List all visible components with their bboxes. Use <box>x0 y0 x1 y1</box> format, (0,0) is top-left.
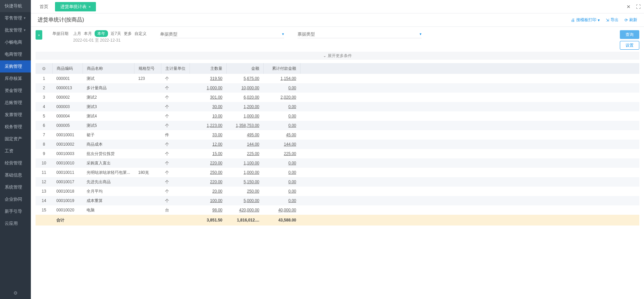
sidebar-item-16[interactable]: 企业协同 <box>0 193 31 205</box>
close-icon[interactable]: × <box>89 5 91 9</box>
cell-spec <box>134 121 161 130</box>
sidebar-item-0[interactable]: 快捷导航 <box>0 0 31 12</box>
col-header[interactable]: 金额 <box>226 63 263 74</box>
cell-qty[interactable]: 1,000.00 <box>190 83 226 93</box>
cell-paid[interactable]: 0.00 <box>263 196 300 205</box>
sidebar-item-3[interactable]: 小畅电商 <box>0 36 31 48</box>
cell-paid[interactable]: 0.00 <box>263 83 300 93</box>
cell-fill <box>300 93 639 102</box>
cell-amt[interactable]: 1,000.00 <box>226 168 263 177</box>
expand-filters-button[interactable]: » <box>36 30 42 40</box>
cell-qty[interactable]: 220.00 <box>190 177 226 187</box>
col-header[interactable]: 主计量单位 <box>161 63 190 74</box>
print-button[interactable]: 🖨 按模板打印 ▾ <box>571 17 600 23</box>
cell-qty[interactable]: 15.00 <box>190 149 226 158</box>
sidebar-item-9[interactable]: 发票管理 <box>0 109 31 121</box>
close-all-icon[interactable]: ✕ <box>627 4 631 9</box>
date-option[interactable]: 近7天 <box>111 30 121 37</box>
cell-qty[interactable]: 33.00 <box>190 130 226 140</box>
sidebar-settings-icon[interactable]: ⚙ <box>0 287 31 299</box>
date-option[interactable]: 本月 <box>84 30 92 37</box>
cell-qty[interactable]: 10.00 <box>190 111 226 121</box>
sidebar-item-5[interactable]: 采购管理 <box>0 60 31 72</box>
sidebar-item-10[interactable]: 税务管理 <box>0 121 31 133</box>
sidebar-item-17[interactable]: 新手引导 <box>0 205 31 217</box>
fullscreen-icon[interactable]: ⛶ <box>636 4 641 9</box>
cell-amt[interactable]: 5,675.00 <box>226 74 263 83</box>
sidebar-item-2[interactable]: 批发管理▼ <box>0 24 31 36</box>
cell-qty[interactable]: 98.00 <box>190 205 226 215</box>
ticket-type-select[interactable]: 票据类型 ▾ <box>298 30 422 38</box>
tab-home[interactable]: 首页 <box>34 2 54 11</box>
cell-qty[interactable]: 20.00 <box>190 187 226 196</box>
sidebar-item-13[interactable]: 经营管理 <box>0 157 31 169</box>
cell-paid[interactable]: 45.00 <box>263 130 300 140</box>
col-header[interactable]: 商品编码 <box>52 63 83 74</box>
bill-type-select[interactable]: 单据类型 ▾ <box>160 30 284 38</box>
sidebar-item-6[interactable]: 库存核算 <box>0 72 31 85</box>
sidebar-item-18[interactable]: 云应用 <box>0 217 31 230</box>
cell-code: 00010020 <box>52 205 83 215</box>
cell-amt[interactable]: 250.00 <box>226 187 263 196</box>
cell-amt[interactable]: 1,100.00 <box>226 158 263 168</box>
date-option[interactable]: 本年 <box>95 30 108 37</box>
refresh-button[interactable]: ⟳ 刷新 <box>625 17 637 23</box>
cell-paid[interactable]: 40,000.00 <box>263 205 300 215</box>
cell-qty[interactable]: 30.00 <box>190 102 226 111</box>
cell-amt[interactable]: 10,000.00 <box>226 83 263 93</box>
cell-amt[interactable]: 6,020.00 <box>226 93 263 102</box>
col-header[interactable]: 商品名称 <box>83 63 134 74</box>
date-option[interactable]: 自定义 <box>135 30 147 37</box>
cell-paid[interactable]: 2,020.00 <box>263 93 300 102</box>
cell-amt[interactable]: 5,000.00 <box>226 196 263 205</box>
col-header[interactable]: 规格型号 <box>134 63 161 74</box>
sidebar-item-12[interactable]: 工资 <box>0 145 31 157</box>
cell-qty[interactable]: 220.00 <box>190 158 226 168</box>
cell-amt[interactable]: 5,150.00 <box>226 177 263 187</box>
cell-qty[interactable]: 100.00 <box>190 196 226 205</box>
col-header[interactable]: 累计付款金额 <box>263 63 300 74</box>
sidebar-item-4[interactable]: 电商管理 <box>0 48 31 60</box>
cell-paid[interactable]: 0.00 <box>263 158 300 168</box>
cell-qty[interactable]: 250.00 <box>190 168 226 177</box>
query-button[interactable]: 查询 <box>620 30 639 39</box>
cell-paid[interactable]: 0.00 <box>263 102 300 111</box>
sidebar-item-7[interactable]: 资金管理 <box>0 85 31 97</box>
sidebar-item-11[interactable]: 固定资产 <box>0 133 31 145</box>
tab-report[interactable]: 进货单统计表 × <box>55 2 96 11</box>
cell-qty[interactable]: 12.00 <box>190 140 226 149</box>
cell-qty[interactable]: 1,223.00 <box>190 121 226 130</box>
settings-button[interactable]: 设置 <box>620 41 639 50</box>
table-scroll[interactable]: ⚙商品编码商品名称规格型号主计量单位主数量金额累计付款金额 1000001测试1… <box>36 63 639 296</box>
cell-amt[interactable]: 495.00 <box>226 130 263 140</box>
cell-amt[interactable]: 1,000.00 <box>226 111 263 121</box>
cell-paid[interactable]: 144.00 <box>263 140 300 149</box>
sidebar-item-8[interactable]: 总账管理 <box>0 97 31 109</box>
date-option[interactable]: 更多 <box>124 30 132 37</box>
cell-amt[interactable]: 420,000.00 <box>226 205 263 215</box>
cell-paid[interactable]: 0.00 <box>263 111 300 121</box>
date-option[interactable]: 上月 <box>73 30 81 37</box>
sidebar-item-1[interactable]: 零售管理▼ <box>0 12 31 24</box>
cell-paid[interactable]: 0.00 <box>263 121 300 130</box>
cell-paid[interactable]: 225.00 <box>263 149 300 158</box>
cell-paid[interactable]: 0.00 <box>263 177 300 187</box>
col-header[interactable]: 主数量 <box>190 63 226 74</box>
cell-paid[interactable]: 1,154.00 <box>263 74 300 83</box>
cell-amt[interactable]: 1,200.00 <box>226 102 263 111</box>
cell-unit: 个 <box>161 187 190 196</box>
sidebar-item-14[interactable]: 基础信息 <box>0 169 31 181</box>
row-index: 15 <box>36 205 52 215</box>
sidebar-item-15[interactable]: 系统管理 <box>0 181 31 193</box>
cell-code: 00010010 <box>52 158 83 168</box>
cell-qty[interactable]: 301.00 <box>190 93 226 102</box>
cell-qty[interactable]: 319.50 <box>190 74 226 83</box>
cell-amt[interactable]: 144.00 <box>226 140 263 149</box>
cell-paid[interactable]: 0.00 <box>263 168 300 177</box>
expand-more-button[interactable]: ⌄ 展开更多条件 <box>36 52 639 60</box>
cell-amt[interactable]: 1,358,753.00 <box>226 121 263 130</box>
col-gear[interactable]: ⚙ <box>36 63 52 74</box>
cell-amt[interactable]: 225.00 <box>226 149 263 158</box>
cell-paid[interactable]: 0.00 <box>263 187 300 196</box>
export-button[interactable]: ⇲ 导出 <box>606 17 619 23</box>
